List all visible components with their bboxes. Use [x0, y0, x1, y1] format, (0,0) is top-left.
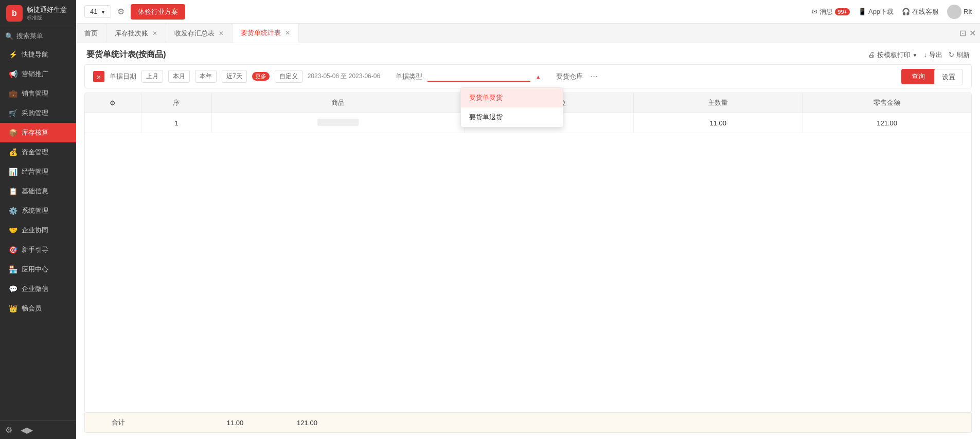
messages-btn[interactable]: ✉ 消息 99+	[812, 7, 850, 16]
sidebar-item-basic[interactable]: 📋 基础信息	[0, 181, 76, 201]
sidebar-nav: ⚡ 快捷导航 📢 营销推广 💼 销售管理 🛒 采购管理 📦 库存核算 💰 资金管…	[0, 45, 76, 420]
message-icon: ✉	[812, 8, 817, 15]
mobile-icon: 📱	[858, 8, 866, 15]
sidebar-item-marketing[interactable]: 📢 营销推广	[0, 64, 76, 84]
date-more-badge[interactable]: 更多	[252, 72, 270, 81]
topbar-right: ✉ 消息 99+ 📱 App下载 🎧 在线客服 Rit	[812, 5, 972, 19]
close-all-tabs-icon[interactable]: ✕	[969, 28, 976, 38]
sidebar-item-purchase[interactable]: 🛒 采购管理	[0, 103, 76, 123]
finance-icon: 💰	[8, 148, 17, 157]
page-header: 要货单统计表(按商品) 🖨 按模板打印 ↓ 导出 ↻ 刷新	[76, 43, 980, 64]
close-tab-receivable-summary[interactable]: ✕	[219, 30, 224, 37]
filter-bar: » 单据日期 上月 本月 本年 近7天 更多 自定义 2023-05-06 至 …	[84, 64, 972, 88]
row-qty-cell: 11.00	[634, 113, 803, 133]
query-btn[interactable]: 查询	[901, 69, 935, 84]
app-download-btn[interactable]: 📱 App下载	[858, 7, 894, 16]
product-placeholder	[317, 119, 359, 126]
dropdown-item-order-return[interactable]: 要货单退货	[461, 107, 563, 127]
topbar: 41 ⚙ 体验行业方案 ✉ 消息 99+ 📱 App下载 🎧 在线客服 Ri	[76, 0, 980, 24]
marketing-icon: 📢	[8, 69, 17, 79]
sidebar-item-label: 基础信息	[22, 187, 48, 196]
close-tab-order-stats[interactable]: ✕	[285, 29, 290, 36]
refresh-icon: ↻	[949, 51, 954, 59]
purchase-icon: 🛒	[8, 108, 17, 118]
col-header-product: 商品	[211, 93, 465, 113]
date-btn-this-month[interactable]: 本月	[168, 70, 190, 83]
refresh-btn[interactable]: ↻ 刷新	[949, 50, 970, 60]
date-btn-this-year[interactable]: 本年	[195, 70, 217, 83]
row-seq-cell: 1	[141, 113, 211, 133]
footer-qty-val: 11.00	[199, 419, 271, 427]
sidebar-item-label: 资金管理	[22, 148, 48, 157]
export-icon: ↓	[924, 51, 928, 59]
tabs-bar: 首页 库存批次账 ✕ 收发存汇总表 ✕ 要货单统计表 ✕ ⊡ ✕	[76, 24, 980, 43]
data-table-wrapper: ⚙ 序 商品 主计量单位 主数量	[84, 93, 972, 413]
type-label: 单据类型	[396, 72, 422, 81]
tab-home[interactable]: 首页	[76, 24, 106, 43]
settings-icon[interactable]: ⚙	[117, 7, 124, 16]
close-tab-inventory-batch[interactable]: ✕	[152, 30, 157, 37]
tab-order-stats[interactable]: 要货单统计表 ✕	[233, 24, 299, 43]
date-btn-prev-month[interactable]: 上月	[141, 70, 163, 83]
row-amount-cell: 121.00	[803, 113, 971, 133]
basic-icon: 📋	[8, 187, 17, 196]
member-icon: 👑	[8, 304, 17, 313]
page-title: 要货单统计表(按商品)	[86, 49, 166, 60]
sidebar-item-label: 畅会员	[22, 304, 42, 313]
sidebar-item-guide[interactable]: 🎯 新手引导	[0, 240, 76, 260]
sidebar-item-wechat[interactable]: 💬 企业微信	[0, 279, 76, 299]
date-custom-btn[interactable]: 自定义	[275, 70, 302, 83]
date-label: 单据日期	[110, 72, 136, 81]
sidebar-bottom: ⚙ ◀▶	[0, 420, 76, 439]
industry-btn[interactable]: 体验行业方案	[131, 4, 185, 20]
print-chevron-icon	[913, 51, 918, 59]
sidebar-item-label: 快捷导航	[22, 50, 48, 59]
date-btn-7days[interactable]: 近7天	[222, 70, 247, 83]
sidebar-item-inventory[interactable]: 📦 库存核算	[0, 123, 76, 142]
warehouse-more-btn[interactable]: ···	[590, 71, 598, 82]
sidebar-item-system[interactable]: ⚙️ 系统管理	[0, 201, 76, 221]
quick-nav-icon: ⚡	[8, 50, 17, 59]
collapse-sidebar-icon[interactable]: ◀▶	[21, 425, 33, 435]
sidebar-item-sales[interactable]: 💼 销售管理	[0, 84, 76, 103]
guide-icon: 🎯	[8, 245, 17, 254]
user-avatar-btn[interactable]: Rit	[947, 5, 972, 19]
type-input[interactable]	[427, 71, 530, 82]
setting-btn[interactable]: 设置	[934, 69, 963, 85]
tabs-controls: ⊡ ✕	[955, 24, 980, 43]
expand-filter-btn[interactable]: »	[93, 71, 104, 82]
maximize-tab-icon[interactable]: ⊡	[959, 28, 966, 38]
export-btn[interactable]: ↓ 导出	[924, 50, 943, 60]
settings-bottom-icon[interactable]: ⚙	[5, 425, 12, 435]
sidebar-item-finance[interactable]: 💰 资金管理	[0, 142, 76, 162]
system-icon: ⚙️	[8, 206, 17, 215]
sidebar-item-label: 企业协同	[22, 226, 48, 235]
print-btn[interactable]: 🖨 按模板打印	[868, 50, 918, 60]
sidebar-item-label: 经营管理	[22, 167, 48, 176]
row-settings-cell	[85, 113, 141, 133]
main-content: 41 ⚙ 体验行业方案 ✉ 消息 99+ 📱 App下载 🎧 在线客服 Ri	[76, 0, 980, 439]
chevron-down-icon	[100, 8, 105, 15]
company-selector[interactable]: 41	[84, 5, 111, 18]
date-range-display: 2023-05-06 至 2023-06-06	[308, 72, 380, 81]
dropdown-item-order-goods[interactable]: 要货单要货	[461, 88, 563, 107]
tab-receivable-summary[interactable]: 收发存汇总表 ✕	[166, 24, 233, 43]
sidebar-item-label: 采购管理	[22, 108, 48, 118]
logo-icon: b	[6, 5, 23, 22]
col-header-settings[interactable]: ⚙	[85, 93, 141, 113]
page-content: 要货单统计表(按商品) 🖨 按模板打印 ↓ 导出 ↻ 刷新 »	[76, 43, 980, 439]
sidebar-item-appstore[interactable]: 🏪 应用中心	[0, 260, 76, 279]
sidebar-item-operation[interactable]: 📊 经营管理	[0, 162, 76, 181]
tab-inventory-batch[interactable]: 库存批次账 ✕	[106, 24, 166, 43]
sidebar-logo: b 畅捷通好生意 标准版	[0, 0, 76, 27]
table-footer: 合计 11.00 121.00	[84, 413, 972, 433]
sidebar-item-quick-nav[interactable]: ⚡ 快捷导航	[0, 45, 76, 64]
sidebar-item-label: 系统管理	[22, 206, 48, 215]
operation-icon: 📊	[8, 167, 17, 176]
sidebar-item-enterprise[interactable]: 🤝 企业协同	[0, 221, 76, 240]
type-chevron-up-icon[interactable]	[536, 72, 541, 80]
online-service-btn[interactable]: 🎧 在线客服	[902, 7, 939, 16]
sidebar-item-label: 企业微信	[22, 284, 48, 294]
sidebar-item-member[interactable]: 👑 畅会员	[0, 299, 76, 318]
sidebar-search[interactable]: 🔍 搜索菜单	[0, 27, 76, 45]
